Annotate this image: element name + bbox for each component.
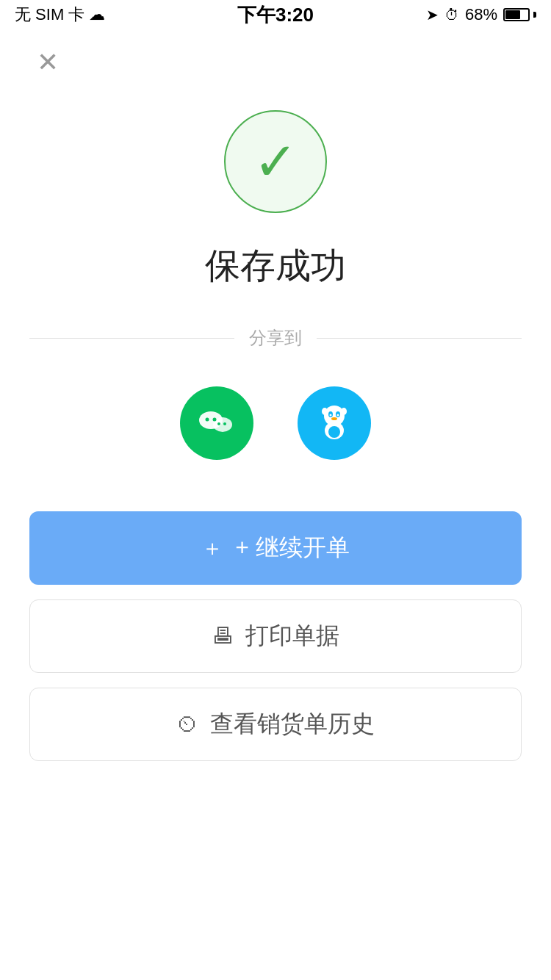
plus-icon: ＋ xyxy=(201,533,223,563)
status-left: 无 SIM 卡 ☁ xyxy=(15,4,105,26)
sim-label: 无 SIM 卡 ☁ xyxy=(15,4,105,26)
printer-icon: 🖶 xyxy=(212,624,234,649)
svg-point-11 xyxy=(330,414,332,417)
history-icon: ⏲ xyxy=(176,712,198,737)
share-divider: 分享到 xyxy=(29,326,522,350)
svg-point-15 xyxy=(341,408,347,415)
svg-point-14 xyxy=(322,408,328,415)
battery-icon xyxy=(503,8,536,21)
continue-order-button[interactable]: ＋ + 继续开单 xyxy=(29,511,522,585)
svg-point-4 xyxy=(217,422,220,425)
qq-icon xyxy=(312,401,356,445)
view-history-button[interactable]: ⏲ 查看销货单历史 xyxy=(29,688,522,761)
svg-point-13 xyxy=(331,417,337,420)
main-content: ✕ ✓ 保存成功 分享到 xyxy=(0,29,551,805)
print-label: 打印单据 xyxy=(245,620,339,652)
continue-order-label: + 继续开单 xyxy=(235,532,350,564)
print-button[interactable]: 🖶 打印单据 xyxy=(29,599,522,673)
history-label: 查看销货单历史 xyxy=(210,708,375,741)
share-wechat-button[interactable] xyxy=(180,386,253,460)
close-button[interactable]: ✕ xyxy=(29,44,66,81)
share-buttons xyxy=(180,386,371,460)
divider-line-left xyxy=(29,338,234,339)
divider-line-right xyxy=(317,338,522,339)
checkmark-icon: ✓ xyxy=(253,135,298,188)
success-icon-circle: ✓ xyxy=(224,110,327,213)
alarm-icon: ⏱ xyxy=(444,7,459,24)
battery-percent: 68% xyxy=(465,5,497,24)
svg-point-12 xyxy=(337,414,339,417)
location-icon: ➤ xyxy=(426,6,439,24)
status-time: 下午3:20 xyxy=(237,2,314,28)
success-title: 保存成功 xyxy=(205,242,346,289)
wechat-icon xyxy=(195,401,239,445)
share-label: 分享到 xyxy=(249,326,302,350)
close-icon: ✕ xyxy=(37,49,59,76)
status-right: ➤ ⏱ 68% xyxy=(426,5,536,24)
share-qq-button[interactable] xyxy=(298,386,371,460)
svg-point-2 xyxy=(206,418,209,422)
status-bar: 无 SIM 卡 ☁ 下午3:20 ➤ ⏱ 68% xyxy=(0,0,551,29)
svg-point-8 xyxy=(328,426,340,438)
svg-point-3 xyxy=(213,418,217,422)
svg-point-5 xyxy=(223,422,226,425)
